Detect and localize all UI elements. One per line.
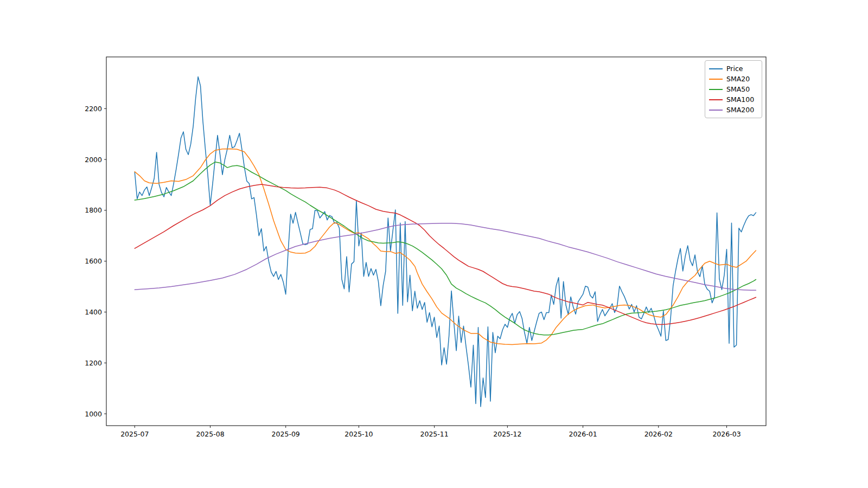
chart-figure: 10001200140016001800200022002025-072025-… — [0, 0, 868, 488]
legend-label: SMA200 — [726, 105, 754, 115]
legend-line-sample — [709, 89, 723, 90]
legend-line-sample — [709, 68, 723, 69]
x-tick-label: 2025-07 — [120, 430, 149, 438]
y-tick-label: 1600 — [85, 257, 102, 265]
series-line-sma100 — [135, 184, 756, 325]
legend-item-sma50: SMA50 — [709, 84, 757, 94]
x-tick-label: 2025-08 — [196, 430, 224, 438]
x-tick-label: 2025-10 — [344, 430, 373, 438]
y-tick-label: 1000 — [85, 410, 102, 418]
legend-box: PriceSMA20SMA50SMA100SMA200 — [705, 60, 762, 118]
y-tick-label: 2200 — [85, 105, 102, 113]
x-tick-label: 2025-11 — [420, 430, 449, 438]
y-tick-label: 1400 — [85, 308, 102, 316]
x-tick-label: 2026-01 — [569, 430, 597, 438]
legend-line-sample — [709, 79, 723, 80]
x-tick-label: 2026-03 — [712, 430, 741, 438]
legend-line-sample — [709, 110, 723, 111]
series-line-price — [135, 77, 756, 407]
x-tick-label: 2026-02 — [644, 430, 673, 438]
plot-border — [106, 57, 766, 426]
matplotlib-figure-window: { "figure": {"background": "#ffffff", "w… — [0, 0, 868, 488]
legend-label: Price — [726, 63, 743, 74]
legend-line-sample — [709, 99, 723, 100]
legend-item-sma100: SMA100 — [709, 94, 757, 105]
y-tick-label: 1200 — [85, 359, 102, 367]
legend-label: SMA50 — [726, 84, 750, 94]
legend-label: SMA100 — [726, 94, 754, 105]
x-tick-label: 2025-09 — [272, 430, 300, 438]
legend-item-sma200: SMA200 — [709, 105, 757, 115]
legend-label: SMA20 — [726, 74, 750, 84]
legend-item-sma20: SMA20 — [709, 74, 757, 84]
legend-item-price: Price — [709, 63, 757, 74]
series-line-sma200 — [135, 223, 756, 290]
x-tick-label: 2025-12 — [493, 430, 521, 438]
y-tick-label: 2000 — [85, 156, 102, 164]
y-tick-label: 1800 — [85, 206, 102, 214]
series-line-sma50 — [135, 162, 756, 335]
